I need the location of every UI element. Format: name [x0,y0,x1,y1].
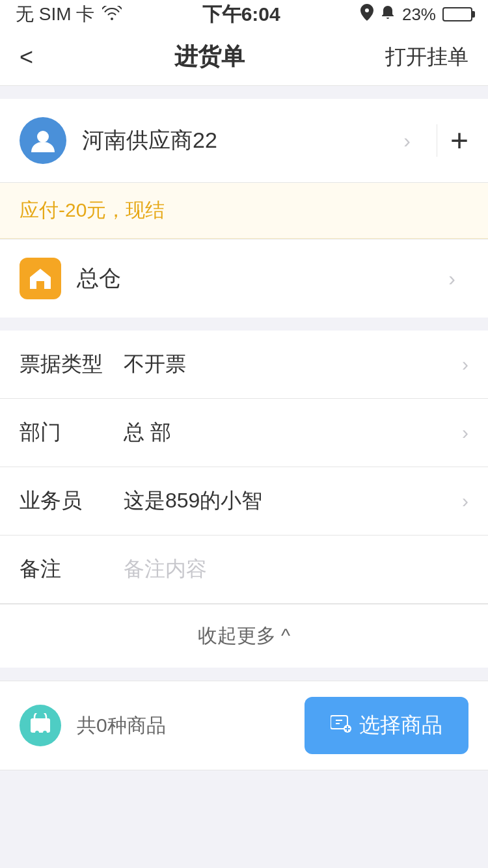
invoice-chevron-icon: › [462,353,468,375]
sales-chevron-icon: › [462,490,468,512]
dept-chevron-icon: › [462,422,468,444]
location-icon [360,4,373,25]
cart-icon [28,713,53,738]
battery-text: 23% [402,5,436,25]
status-right: 23% [360,4,472,25]
remark-input[interactable]: 备注内容 [111,555,468,584]
supplier-section: 河南供应商22 › + 应付-20元，现结 总仓 › [0,99,488,318]
wifi-icon [102,4,122,25]
invoice-row[interactable]: 票据类型 不开票 › [0,331,488,399]
alarm-icon [380,5,396,25]
supplier-row[interactable]: 河南供应商22 › + [0,99,488,183]
warehouse-name: 总仓 [77,264,448,293]
select-product-button[interactable]: 选择商品 [305,697,468,754]
collapse-label: 收起更多 ^ [198,625,290,646]
bottom-bar: 共0种商品 选择商品 [0,681,488,770]
sales-label: 业务员 [20,487,111,515]
product-count-text: 共0种商品 [77,712,305,739]
main-background [0,770,488,868]
battery-icon [442,7,472,21]
status-left: 无 SIM 卡 [16,2,122,27]
sales-row[interactable]: 业务员 这是859的小智 › [0,467,488,536]
svg-point-3 [43,731,47,735]
vertical-divider [437,124,437,157]
notice-banner: 应付-20元，现结 [0,183,488,239]
svg-point-0 [37,131,49,142]
select-btn-icon [331,714,351,737]
supplier-avatar [20,117,66,164]
sales-value: 这是859的小智 [111,487,455,515]
form-section: 票据类型 不开票 › 部门 总 部 › 业务员 这是859的小智 › 备注 备注… [0,331,488,668]
warehouse-chevron-icon: › [448,267,455,291]
status-time: 下午6:04 [202,1,280,28]
supplier-chevron-icon: › [403,129,411,153]
collapse-button[interactable]: 收起更多 ^ [0,604,488,668]
select-btn-label: 选择商品 [359,711,442,740]
back-button[interactable]: < [20,44,33,71]
warehouse-row[interactable]: 总仓 › [0,239,488,318]
page-title: 进货单 [174,41,245,73]
invoice-value: 不开票 [111,350,455,379]
person-icon [29,126,57,155]
warehouse-icon [20,258,61,299]
home-icon [27,265,53,292]
product-icon-circle [20,705,61,746]
svg-rect-1 [31,718,50,733]
add-supplier-button[interactable]: + [450,125,468,156]
notice-text: 应付-20元，现结 [20,199,165,221]
dept-label: 部门 [20,418,111,447]
remark-row[interactable]: 备注 备注内容 [0,536,488,604]
supplier-name: 河南供应商22 [82,126,403,156]
dept-row[interactable]: 部门 总 部 › [0,399,488,467]
status-bar: 无 SIM 卡 下午6:04 23% [0,0,488,29]
top-divider [0,86,488,99]
nav-bar: < 进货单 打开挂单 [0,29,488,86]
dept-value: 总 部 [111,418,455,447]
remark-label: 备注 [20,555,111,584]
svg-point-2 [35,731,39,735]
open-pending-button[interactable]: 打开挂单 [385,43,468,72]
invoice-label: 票据类型 [20,350,111,379]
carrier-text: 无 SIM 卡 [16,2,94,27]
